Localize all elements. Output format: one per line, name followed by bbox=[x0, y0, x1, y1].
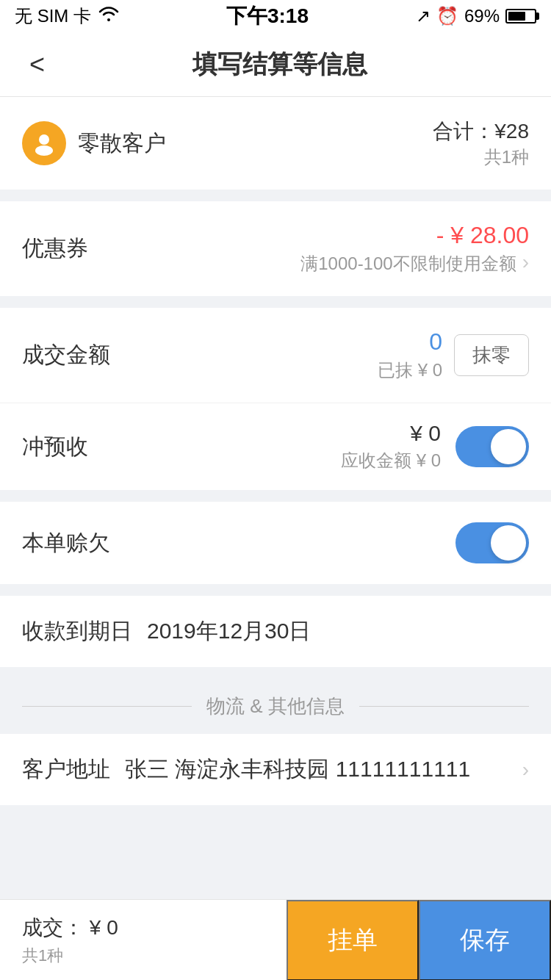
address-value: 张三 海淀永丰科技园 11111111111 bbox=[125, 754, 470, 785]
coupon-desc: 满1000-100不限制使用金额 bbox=[300, 252, 516, 275]
credit-toggle[interactable] bbox=[455, 522, 529, 563]
credit-section: 本单赊欠 bbox=[0, 502, 551, 584]
credit-label: 本单赊欠 bbox=[22, 528, 110, 558]
duedate-row: 收款到期日 2019年12月30日 bbox=[22, 616, 529, 646]
divider-line-left bbox=[22, 706, 192, 707]
bottom-summary: 成交： ¥ 0 共1种 bbox=[0, 914, 287, 967]
pre-collection-row: 冲预收 ¥ 0 应收金额 ¥ 0 bbox=[0, 403, 551, 490]
location-icon: ↗ bbox=[416, 6, 431, 26]
pre-collection-sub: 应收金额 ¥ 0 bbox=[341, 449, 441, 472]
address-row: 客户地址 张三 海淀永丰科技园 11111111111 › bbox=[22, 754, 529, 785]
duedate-section: 收款到期日 2019年12月30日 bbox=[0, 596, 551, 667]
address-label: 客户地址 bbox=[22, 754, 110, 785]
chevron-right-icon: › bbox=[522, 251, 529, 274]
coupon-label: 优惠券 bbox=[22, 234, 88, 264]
status-time: 下午3:18 bbox=[226, 2, 309, 30]
duedate-value: 2019年12月30日 bbox=[147, 616, 311, 646]
coupon-right: - ¥ 28.00 满1000-100不限制使用金额 › bbox=[300, 222, 529, 275]
duedate-label: 收款到期日 bbox=[22, 616, 132, 646]
content: 零散客户 合计：¥28 共1种 优惠券 - ¥ 28.00 满1000-100不… bbox=[0, 97, 551, 905]
round-button[interactable]: 抹零 bbox=[454, 334, 529, 376]
coupon-section[interactable]: 优惠券 - ¥ 28.00 满1000-100不限制使用金额 › bbox=[0, 201, 551, 296]
customer-name: 零散客户 bbox=[78, 129, 166, 159]
total-amount: 合计：¥28 bbox=[433, 118, 529, 145]
status-right: ↗ ⏰ 69% bbox=[416, 6, 536, 26]
page-title: 填写结算等信息 bbox=[74, 48, 485, 82]
transaction-right-col: 0 已抹 ¥ 0 bbox=[378, 328, 442, 382]
pre-collection-toggle[interactable] bbox=[455, 426, 529, 467]
transaction-right: 0 已抹 ¥ 0 抹零 bbox=[378, 328, 529, 382]
toggle-knob bbox=[491, 429, 526, 464]
address-section[interactable]: 客户地址 张三 海淀永丰科技园 11111111111 › bbox=[0, 734, 551, 805]
total-count: 共1种 bbox=[433, 145, 529, 169]
coupon-discount: - ¥ 28.00 bbox=[300, 222, 529, 249]
address-chevron-icon: › bbox=[522, 758, 529, 782]
address-inner: 客户地址 张三 海淀永丰科技园 11111111111 › bbox=[0, 734, 551, 805]
customer-right: 合计：¥28 共1种 bbox=[433, 118, 529, 169]
bottom-count: 共1种 bbox=[22, 945, 264, 967]
duedate-inner: 收款到期日 2019年12月30日 bbox=[0, 596, 551, 667]
bottom-deal-amount: ¥ 0 bbox=[90, 916, 118, 939]
svg-point-0 bbox=[39, 134, 49, 145]
customer-row: 零散客户 合计：¥28 共1种 bbox=[0, 97, 551, 190]
pre-collection-amount: ¥ 0 bbox=[341, 421, 441, 446]
transaction-section: 成交金额 0 已抹 ¥ 0 抹零 冲预收 ¥ 0 应收金额 ¥ 0 bbox=[0, 308, 551, 490]
bottom-deal: 成交： ¥ 0 bbox=[22, 914, 264, 942]
address-left: 客户地址 张三 海淀永丰科技园 11111111111 bbox=[22, 754, 470, 785]
credit-inner: 本单赊欠 bbox=[0, 502, 551, 584]
customer-left: 零散客户 bbox=[22, 121, 166, 165]
transaction-sub: 已抹 ¥ 0 bbox=[378, 359, 442, 382]
transaction-value: 0 bbox=[378, 328, 442, 356]
battery-icon bbox=[505, 9, 536, 24]
status-left: 无 SIM 卡 bbox=[15, 4, 119, 28]
customer-avatar bbox=[22, 121, 66, 165]
wifi-icon bbox=[98, 7, 119, 26]
credit-row: 本单赊欠 bbox=[22, 522, 529, 563]
status-bar: 无 SIM 卡 下午3:18 ↗ ⏰ 69% bbox=[0, 0, 551, 32]
no-sim-label: 无 SIM 卡 bbox=[15, 4, 91, 28]
back-button[interactable]: < bbox=[22, 42, 52, 87]
svg-point-1 bbox=[35, 145, 53, 156]
customer-section: 零散客户 合计：¥28 共1种 bbox=[0, 97, 551, 190]
bottom-deal-label: 成交： bbox=[22, 916, 84, 939]
pre-collection-values: ¥ 0 应收金额 ¥ 0 bbox=[341, 421, 441, 472]
battery-percent: 69% bbox=[464, 6, 500, 26]
credit-toggle-knob bbox=[491, 525, 526, 561]
divider-text: 物流 & 其他信息 bbox=[206, 693, 345, 719]
divider-line-right bbox=[359, 706, 529, 707]
transaction-row: 成交金额 0 已抹 ¥ 0 抹零 bbox=[0, 308, 551, 403]
transaction-label: 成交金额 bbox=[22, 340, 110, 370]
alarm-icon: ⏰ bbox=[436, 6, 458, 26]
pre-collection-label: 冲预收 bbox=[22, 432, 88, 462]
bottom-bar: 成交： ¥ 0 共1种 挂单 保存 bbox=[0, 899, 551, 980]
divider-section: 物流 & 其他信息 bbox=[0, 679, 551, 734]
pending-button[interactable]: 挂单 bbox=[287, 900, 419, 981]
nav-bar: < 填写结算等信息 bbox=[0, 32, 551, 97]
pre-collection-right: ¥ 0 应收金额 ¥ 0 bbox=[341, 421, 529, 472]
save-button[interactable]: 保存 bbox=[419, 900, 551, 981]
